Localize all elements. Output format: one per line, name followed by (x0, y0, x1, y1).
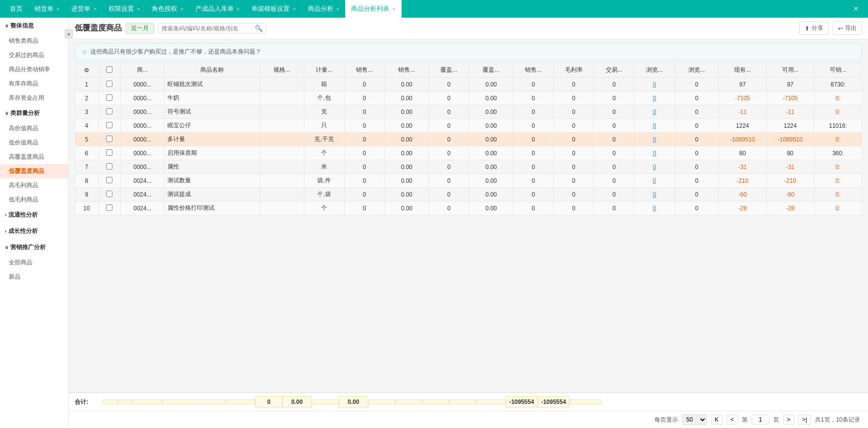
sidebar-item-traded-goods[interactable]: 交易过的商品 (0, 48, 68, 62)
browse2-header[interactable]: 浏览... (675, 63, 719, 78)
sidebar-section-growth[interactable]: › 成长性分析 (0, 223, 68, 239)
row-spec (260, 188, 304, 201)
row-browse1[interactable]: 0 (634, 146, 675, 160)
close-icon[interactable]: × (336, 6, 339, 12)
sidebar-item-stock-funds[interactable]: 库存资金占用 (0, 91, 68, 105)
sidebar-item-sales-goods[interactable]: 销售类商品 (0, 34, 68, 48)
settings-header[interactable]: ⚙ (75, 63, 99, 78)
nav-sales[interactable]: 销货单 × (28, 0, 65, 18)
close-icon[interactable]: × (93, 6, 96, 12)
close-icon[interactable]: × (137, 6, 140, 12)
row-sales3: 0 (513, 201, 553, 215)
row-checkbox[interactable] (98, 160, 120, 174)
checkbox-header[interactable] (98, 63, 120, 78)
export-button[interactable]: ↩ 导出 (833, 22, 862, 35)
sidebar-collapse-button[interactable]: « (69, 29, 73, 38)
nav-roles[interactable]: 角色授权 × (146, 0, 189, 18)
row-sales3: 0 (513, 91, 553, 105)
row-browse1[interactable]: 0 (634, 174, 675, 188)
window-close-button[interactable]: × (848, 4, 864, 13)
table-wrapper[interactable]: ⚙ 商... 商品名称 规格... 计量... 销售... 销售... 覆盖..… (69, 62, 868, 392)
row-gross: 0 (553, 188, 594, 201)
sidebar-item-high-profit[interactable]: 高毛利商品 (0, 178, 68, 193)
row-spec (260, 78, 304, 91)
close-icon[interactable]: × (237, 6, 240, 12)
first-page-button[interactable]: K (711, 415, 723, 425)
row-checkbox[interactable] (98, 78, 120, 91)
sidebar-section-marketing[interactable]: ∨ 营销推广分析 (0, 239, 68, 256)
info-bar: ☆ 这些商品只有很少客户购买过，是推广不够，还是商品本身问题？ (75, 43, 862, 60)
row-checkbox[interactable] (98, 146, 120, 160)
nav-permissions[interactable]: 权限设置 × (103, 0, 146, 18)
row-browse1[interactable]: 0 (634, 160, 675, 174)
row-checkbox[interactable] (98, 201, 120, 215)
sidebar-item-new-goods[interactable]: 新品 (0, 270, 68, 284)
nav-home[interactable]: 首页 (4, 0, 28, 18)
nav-template[interactable]: 单据模板设置 × (245, 0, 301, 18)
period-button[interactable]: 近一月 (126, 23, 154, 34)
page-number-input[interactable] (752, 415, 769, 425)
page-size-select[interactable]: 50 20 100 200 (682, 414, 707, 425)
stock1-header[interactable]: 现有... (719, 63, 766, 78)
row-browse1[interactable]: 0 (634, 119, 675, 133)
sidebar-item-low-coverage[interactable]: 低覆盖度商品 (0, 164, 68, 178)
sidebar-item-low-profit[interactable]: 低毛利商品 (0, 193, 68, 207)
sales3-header[interactable]: 销售... (513, 63, 553, 78)
trade-header[interactable]: 交易... (594, 63, 634, 78)
last-page-button[interactable]: >| (798, 415, 811, 425)
row-browse1[interactable]: 0 (634, 133, 675, 146)
row-checkbox[interactable] (98, 105, 120, 119)
nav-goods-analysis[interactable]: 商品分析 × (302, 0, 345, 18)
row-browse1[interactable]: 0 (634, 91, 675, 105)
close-icon[interactable]: × (392, 6, 395, 12)
row-browse1[interactable]: 0 (634, 78, 675, 91)
nav-purchase[interactable]: 进货单 × (65, 0, 102, 18)
cover1-header[interactable]: 覆盖... (429, 63, 469, 78)
nav-production[interactable]: 产成品入库单 × (190, 0, 245, 18)
sales2-header[interactable]: 销售... (385, 63, 429, 78)
share-button[interactable]: ⬆ 分享 (799, 22, 829, 35)
select-all-checkbox[interactable] (106, 66, 112, 73)
close-icon[interactable]: × (56, 6, 59, 12)
sidebar-item-low-value[interactable]: 低价值商品 (0, 136, 68, 150)
row-checkbox[interactable] (98, 174, 120, 188)
search-input[interactable] (162, 25, 255, 32)
gross-header[interactable]: 毛利率 (553, 63, 594, 78)
next-page-button[interactable]: > (783, 415, 794, 425)
sidebar-item-category-rate[interactable]: 商品分类动销率 (0, 62, 68, 77)
row-browse1[interactable]: 0 (634, 188, 675, 201)
nav-goods-analysis-list[interactable]: 商品分析列表 × (345, 0, 401, 18)
sidebar-section-flow[interactable]: › 流通性分析 (0, 207, 68, 223)
row-sales1: 0 (344, 105, 384, 119)
browse1-header[interactable]: 浏览... (634, 63, 675, 78)
sidebar-item-stock-goods[interactable]: 有库存商品 (0, 77, 68, 91)
stock2-header[interactable]: 可用... (766, 63, 814, 78)
spec-header[interactable]: 规格... (260, 63, 304, 78)
sidebar-item-all-goods[interactable]: 全部商品 (0, 256, 68, 270)
name-header[interactable]: 商品名称 (164, 63, 260, 78)
total-placeholder2 (118, 399, 133, 404)
cover2-header[interactable]: 覆盖... (469, 63, 513, 78)
code-header[interactable]: 商... (120, 63, 164, 78)
row-sales1: 0 (344, 78, 384, 91)
row-checkbox[interactable] (98, 119, 120, 133)
prev-page-button[interactable]: < (727, 415, 738, 425)
sidebar-section-cluster[interactable]: ∨ 类群量分析 (0, 105, 68, 121)
row-name: 牛奶 (164, 91, 260, 105)
row-browse1[interactable]: 0 (634, 201, 675, 215)
row-checkbox[interactable] (98, 91, 120, 105)
sales1-header[interactable]: 销售... (344, 63, 384, 78)
row-gross: 0 (553, 174, 594, 188)
sidebar-item-high-coverage[interactable]: 高覆盖度商品 (0, 150, 68, 164)
close-icon[interactable]: × (180, 6, 183, 12)
row-cover2: 0.00 (469, 188, 513, 201)
table-row: 6 0000... 启用保质期 个 0 0.00 0 0.00 0 0 0 0 … (75, 146, 862, 160)
stock3-header[interactable]: 可销... (814, 63, 862, 78)
sidebar-section-overall[interactable]: ∨ 整体信息 (0, 18, 68, 34)
row-browse1[interactable]: 0 (634, 105, 675, 119)
sidebar-item-high-value[interactable]: 高价值商品 (0, 121, 68, 136)
unit-header[interactable]: 计量... (304, 63, 344, 78)
row-checkbox[interactable] (98, 133, 120, 146)
row-checkbox[interactable] (98, 188, 120, 201)
close-icon[interactable]: × (293, 6, 296, 12)
